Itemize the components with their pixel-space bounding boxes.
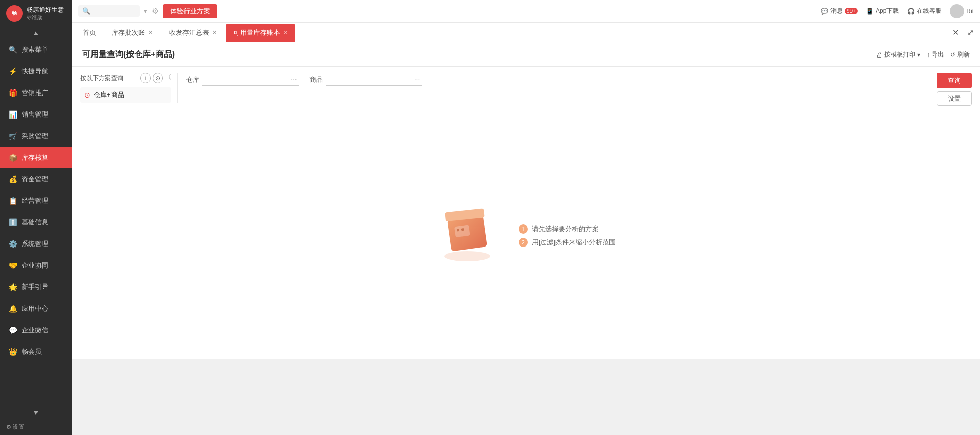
sidebar-item-operation[interactable]: 📋 经营管理 (0, 190, 72, 212)
scheme-settings-button[interactable]: ⊙ (153, 73, 163, 83)
filter-fields: 仓库 ··· 商品 ··· (186, 73, 929, 86)
filter-area: 按以下方案查询 + ⊙ 《 ⊙ 仓库+商品 仓库 (72, 67, 980, 112)
empty-tip-1: 1 请先选择要分析的方案 (519, 224, 616, 234)
collapse-button[interactable]: 《 (165, 73, 171, 83)
sidebar-subtitle: 标准版 (27, 14, 64, 21)
tab-fullscreen-button[interactable]: ⤢ (965, 26, 976, 40)
warehouse-input[interactable] (205, 75, 291, 83)
tab-collect-summary[interactable]: 收发存汇总表 ✕ (161, 24, 225, 42)
goods-label: 商品 (309, 75, 323, 84)
basic-icon: ℹ️ (8, 218, 17, 227)
goods-filter-field: 商品 ··· (309, 73, 422, 86)
illustration-box (447, 215, 487, 251)
corp-icon: 🤝 (8, 261, 17, 270)
apps-icon: 🔔 (8, 304, 17, 313)
sidebar-header: 畅 畅康通好生意 标准版 (0, 0, 72, 27)
operation-icon: 📋 (8, 196, 17, 205)
filter-settings-button[interactable]: 设置 (937, 91, 972, 106)
sidebar-logo: 畅 (6, 5, 23, 22)
search-icon: 🔍 (8, 45, 17, 54)
sidebar-title: 畅康通好生意 (27, 6, 64, 14)
sidebar-item-sales[interactable]: 📊 销售管理 (0, 104, 72, 125)
tab-available-ledger[interactable]: 可用量库存账本 ✕ (226, 24, 295, 42)
warehouse-filter-field: 仓库 ··· (186, 73, 299, 86)
sidebar-footer[interactable]: ⚙ 设置 (0, 419, 72, 435)
tab-close-all-button[interactable]: ✕ (950, 26, 961, 40)
sidebar-scroll-down[interactable]: ▼ (0, 407, 72, 419)
search-input[interactable] (93, 8, 134, 15)
goods-input-wrapper[interactable]: ··· (326, 73, 422, 86)
print-icon: 🖨 (876, 51, 882, 59)
tip-text-2: 用[过滤]条件来缩小分析范围 (532, 238, 616, 247)
goods-input[interactable] (328, 75, 414, 83)
refresh-button[interactable]: ↺ 刷新 (950, 50, 970, 59)
scheme-label: 按以下方案查询 (80, 74, 123, 83)
tab-close-available-ledger[interactable]: ✕ (283, 29, 288, 36)
purchase-icon: 🛒 (8, 131, 17, 141)
headset-icon: 🎧 (907, 8, 915, 15)
system-icon: ⚙️ (8, 239, 17, 249)
refresh-icon: ↺ (950, 51, 955, 59)
message-button[interactable]: 💬 消息 99+ (821, 7, 858, 15)
settings-icon[interactable]: ⚙ (152, 6, 159, 16)
sidebar: 畅 畅康通好生意 标准版 ▲ 🔍 搜索菜单 ⚡ 快捷导航 🎁 营销推广 📊 销售… (0, 0, 72, 435)
export-button[interactable]: ↑ 导出 (927, 50, 944, 59)
sales-icon: 📊 (8, 110, 17, 119)
industry-solution-button[interactable]: 体验行业方案 (163, 4, 217, 18)
sidebar-item-basic[interactable]: ℹ️ 基础信息 (0, 212, 72, 233)
filter-scheme-header: 按以下方案查询 + ⊙ 《 (80, 73, 171, 83)
add-scheme-button[interactable]: + (140, 73, 151, 83)
warehouse-more-icon[interactable]: ··· (291, 75, 297, 83)
empty-tip-2: 2 用[过滤]条件来缩小分析范围 (519, 238, 616, 247)
sidebar-item-marketing[interactable]: 🎁 营销推广 (0, 82, 72, 104)
empty-illustration (436, 205, 498, 267)
empty-state: 1 请先选择要分析的方案 2 用[过滤]条件来缩小分析范围 (436, 205, 616, 267)
tab-batch-account[interactable]: 库存批次账 ✕ (104, 24, 160, 42)
sidebar-item-apps[interactable]: 🔔 应用中心 (0, 298, 72, 319)
tab-close-batch-account[interactable]: ✕ (148, 29, 153, 36)
sidebar-item-corp[interactable]: 🤝 企业协同 (0, 255, 72, 276)
topbar-right: 💬 消息 99+ 📱 App下载 🎧 在线客服 Rit (821, 4, 974, 18)
user-profile[interactable]: Rit (950, 4, 974, 18)
search-icon: 🔍 (82, 7, 90, 15)
tabs-bar: 首页 库存批次账 ✕ 收发存汇总表 ✕ 可用量库存账本 ✕ ✕ ⤢ (72, 23, 980, 43)
sidebar-item-shortcut[interactable]: ⚡ 快捷导航 (0, 61, 72, 82)
print-dropdown-icon[interactable]: ▾ (917, 51, 920, 59)
filter-scheme-panel: 按以下方案查询 + ⊙ 《 ⊙ 仓库+商品 (80, 73, 178, 103)
tab-close-collect-summary[interactable]: ✕ (212, 29, 217, 36)
main-area: 🔍 ▾ ⚙ 体验行业方案 💬 消息 99+ 📱 App下载 🎧 在线客服 Rit (72, 0, 980, 435)
scheme-item-warehouse-goods[interactable]: ⊙ 仓库+商品 (80, 87, 171, 103)
topbar-search-box[interactable]: 🔍 (78, 5, 140, 17)
sidebar-scroll-up[interactable]: ▲ (0, 27, 72, 39)
app-download-icon: 📱 (866, 8, 874, 15)
scheme-actions: + ⊙ 《 (140, 73, 171, 83)
sidebar-item-purchase[interactable]: 🛒 采购管理 (0, 125, 72, 147)
print-button[interactable]: 🖨 按模板打印 ▾ (876, 50, 920, 59)
illustration-lid (445, 208, 484, 221)
newbie-icon: 🌟 (8, 282, 17, 292)
sidebar-item-system[interactable]: ⚙️ 系统管理 (0, 233, 72, 255)
tabs-right-controls: ✕ ⤢ (950, 26, 976, 40)
query-button[interactable]: 查询 (937, 73, 972, 88)
sidebar-item-inventory[interactable]: 📦 库存核算 (0, 147, 72, 168)
app-download-button[interactable]: 📱 App下载 (866, 7, 899, 15)
marketing-icon: 🎁 (8, 88, 17, 98)
sidebar-item-wechat[interactable]: 💬 企业微信 (0, 319, 72, 341)
inventory-icon: 📦 (8, 153, 17, 162)
sidebar-item-search[interactable]: 🔍 搜索菜单 (0, 39, 72, 61)
sidebar-item-finance[interactable]: 💰 资金管理 (0, 168, 72, 190)
warehouse-input-wrapper[interactable]: ··· (202, 73, 299, 86)
empty-tips: 1 请先选择要分析的方案 2 用[过滤]条件来缩小分析范围 (519, 224, 616, 247)
filter-actions: 查询 设置 (937, 73, 972, 106)
empty-state-container: 1 请先选择要分析的方案 2 用[过滤]条件来缩小分析范围 (72, 112, 980, 359)
page-header-actions: 🖨 按模板打印 ▾ ↑ 导出 ↺ 刷新 (876, 50, 970, 59)
tip-text-1: 请先选择要分析的方案 (532, 224, 599, 234)
topbar-dropdown-arrow[interactable]: ▾ (144, 7, 147, 15)
sidebar-item-newbie[interactable]: 🌟 新手引导 (0, 276, 72, 298)
goods-more-icon[interactable]: ··· (414, 75, 420, 83)
page-header: 可用量查询(按仓库+商品) 🖨 按模板打印 ▾ ↑ 导出 ↺ 刷新 (72, 43, 980, 67)
tab-home[interactable]: 首页 (76, 24, 103, 42)
sidebar-item-member[interactable]: 👑 畅会员 (0, 341, 72, 363)
tip-number-1: 1 (519, 224, 528, 234)
online-service-button[interactable]: 🎧 在线客服 (907, 7, 941, 15)
